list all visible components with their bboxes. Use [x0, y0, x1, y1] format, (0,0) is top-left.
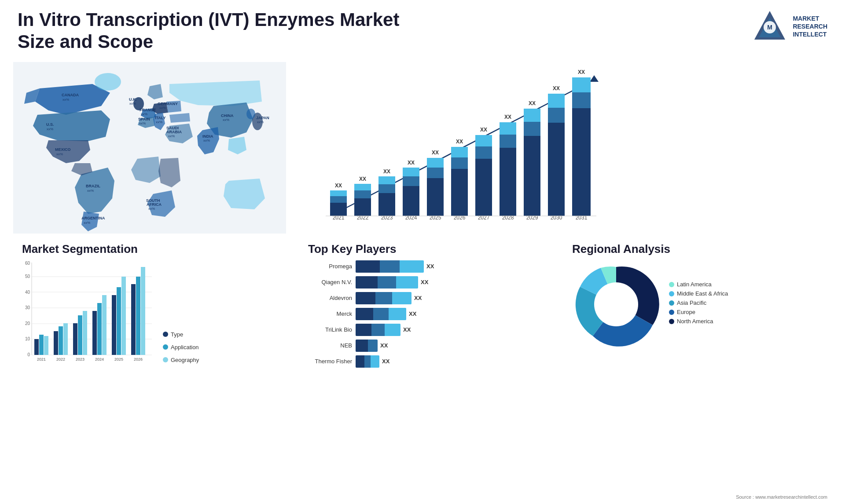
key-players-section: Top Key Players Promega XX — [304, 242, 568, 368]
logo-icon: M — [752, 9, 787, 44]
segmentation-legend: Type Application Geography — [163, 331, 199, 366]
svg-rect-65 — [572, 77, 591, 92]
china-label: CHINA — [221, 113, 234, 118]
svg-rect-88 — [63, 323, 68, 355]
svg-text:2030: 2030 — [551, 215, 562, 221]
europe-dot — [669, 310, 674, 315]
svg-rect-23 — [378, 193, 395, 216]
svg-rect-87 — [59, 326, 63, 355]
svg-rect-60 — [548, 94, 565, 108]
svg-text:20: 20 — [25, 321, 30, 326]
southafrica-value: xx% — [148, 207, 155, 211]
svg-rect-29 — [403, 176, 419, 186]
svg-text:XX: XX — [529, 100, 536, 106]
svg-rect-30 — [403, 168, 419, 176]
svg-rect-24 — [378, 184, 395, 193]
svg-rect-94 — [92, 311, 97, 355]
svg-text:2028: 2028 — [502, 215, 514, 221]
svg-text:2024: 2024 — [405, 215, 417, 221]
svg-text:XX: XX — [383, 168, 390, 175]
japan-label: JAPAN — [256, 116, 269, 120]
svg-rect-34 — [427, 168, 444, 178]
page-header: In Vitro Transcription (IVT) Enzymes Mar… — [0, 0, 845, 62]
svg-rect-28 — [403, 186, 419, 216]
svg-text:XX: XX — [432, 150, 439, 156]
svg-rect-35 — [427, 158, 444, 168]
segmentation-title: Market Segmentation — [22, 242, 286, 256]
legend-europe: Europe — [669, 309, 728, 315]
svg-text:60: 60 — [25, 261, 30, 266]
player-row-promega: Promega XX — [308, 260, 563, 273]
svg-text:2026: 2026 — [454, 215, 466, 221]
svg-rect-25 — [378, 176, 395, 184]
italy-value: xx% — [156, 120, 162, 124]
canada-value: xx% — [62, 98, 69, 102]
svg-text:XX: XX — [504, 114, 511, 120]
brazil-value: xx% — [87, 189, 94, 193]
svg-text:2027: 2027 — [478, 215, 490, 221]
svg-rect-98 — [112, 295, 116, 355]
svg-rect-40 — [451, 147, 468, 157]
svg-rect-59 — [548, 108, 565, 123]
player-row-trilink: TriLink Bio XX — [308, 324, 563, 336]
svg-rect-39 — [451, 157, 468, 169]
svg-text:XX: XX — [408, 160, 415, 166]
donut-svg — [572, 260, 660, 348]
svg-rect-90 — [73, 323, 77, 355]
svg-text:2021: 2021 — [37, 357, 46, 362]
mexico-value: xx% — [56, 152, 63, 156]
japan-value: xx% — [257, 120, 264, 124]
regional-section: Regional Analysis — [568, 242, 832, 368]
svg-rect-43 — [475, 159, 492, 216]
argentina-value: xx% — [84, 221, 90, 225]
saudi-value: xx% — [168, 134, 175, 138]
svg-rect-55 — [524, 109, 540, 122]
svg-rect-92 — [83, 311, 87, 355]
india-value: xx% — [203, 139, 210, 142]
svg-rect-95 — [97, 303, 102, 355]
svg-text:XX: XX — [359, 176, 366, 182]
argentina-label: ARGENTINA — [81, 216, 105, 220]
svg-text:2026: 2026 — [134, 357, 143, 362]
player-row-thermo: Thermo Fisher XX — [308, 355, 563, 368]
svg-rect-104 — [141, 267, 145, 355]
us-label: U.S. — [46, 122, 54, 127]
svg-text:40: 40 — [25, 290, 30, 295]
svg-text:ARABIA: ARABIA — [166, 130, 182, 134]
player-row-neb: NEB XX — [308, 340, 563, 352]
svg-text:30: 30 — [25, 305, 30, 310]
svg-text:2021: 2021 — [333, 215, 345, 221]
svg-rect-84 — [44, 336, 48, 355]
france-label: FRANCE — [140, 108, 156, 112]
svg-text:XX: XX — [553, 85, 560, 91]
key-players-title: Top Key Players — [308, 242, 563, 256]
svg-rect-86 — [54, 331, 58, 355]
svg-rect-45 — [475, 135, 492, 146]
svg-rect-58 — [548, 123, 565, 216]
logo-text: MARKET RESEARCH INTELLECT — [793, 15, 827, 39]
france-value: xx% — [141, 112, 147, 116]
uk-value: xx% — [129, 102, 136, 106]
brazil-label: BRAZIL — [86, 184, 100, 188]
mexico-label: MEXICO — [55, 147, 71, 152]
svg-text:AFRICA: AFRICA — [147, 202, 162, 207]
application-dot — [163, 344, 168, 350]
legend-north-america: North America — [669, 318, 728, 325]
svg-rect-96 — [102, 295, 107, 355]
svg-rect-14 — [330, 196, 347, 203]
segmentation-chart-svg: 0 10 20 30 40 50 60 2021 — [22, 260, 154, 366]
regional-title: Regional Analysis — [572, 242, 827, 256]
main-bar-chart-svg: XX 2021 XX 2022 XX 2023 XX 2024 XX — [304, 66, 612, 238]
germany-value: xx% — [159, 106, 166, 110]
india-label: INDIA — [202, 134, 213, 139]
geography-dot — [163, 357, 168, 362]
svg-text:XX: XX — [578, 69, 585, 75]
svg-text:2031: 2031 — [576, 215, 588, 221]
canada-label: CANADA — [62, 93, 79, 97]
svg-rect-99 — [117, 287, 121, 355]
svg-rect-82 — [34, 339, 39, 355]
svg-point-107 — [594, 282, 638, 326]
svg-point-8 — [246, 109, 255, 119]
svg-rect-38 — [451, 169, 468, 216]
svg-marker-12 — [590, 75, 599, 82]
